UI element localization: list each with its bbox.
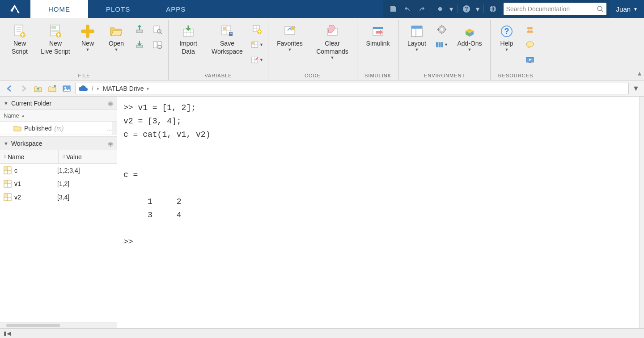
chevron-down-icon: ▼ xyxy=(415,47,419,52)
compare-icon[interactable] xyxy=(151,38,164,51)
chevron-down-icon: ▼ xyxy=(86,47,90,52)
picture-folder-icon[interactable] xyxy=(61,83,72,94)
rewind-icon[interactable]: ▮◀ xyxy=(4,330,11,337)
svg-line-17 xyxy=(161,33,162,34)
file-mini-buttons xyxy=(133,21,146,51)
workspace-header[interactable]: ▼ Workspace ◉ xyxy=(0,137,117,150)
path-segment[interactable]: MATLAB Drive xyxy=(103,85,144,92)
panel-options-icon[interactable]: ◉ xyxy=(108,140,113,147)
favorites-button[interactable]: Favorites ▼ xyxy=(273,21,307,52)
new-live-script-button[interactable]: New Live Script xyxy=(40,21,71,55)
search-input[interactable] xyxy=(506,5,597,13)
tab-home[interactable]: HOME xyxy=(30,0,88,18)
workspace-row[interactable]: v2 [3,4] xyxy=(0,190,117,204)
svg-text:?: ? xyxy=(465,6,468,12)
chevron-right-icon: ▸ xyxy=(147,86,149,91)
path-input[interactable]: / ▸ MATLAB Drive ▸ xyxy=(75,83,629,94)
forward-icon[interactable] xyxy=(18,83,30,94)
open-variable-icon[interactable]: ▼ xyxy=(251,38,263,51)
sort-asc-icon: ▲ xyxy=(21,113,25,118)
folder-icon xyxy=(13,125,21,131)
folder-row[interactable]: Published (m) … xyxy=(0,122,117,135)
grip-icon: ⠿ xyxy=(4,154,6,159)
clear-workspace-icon[interactable]: ▼ xyxy=(251,54,263,66)
variable-icon xyxy=(4,193,12,201)
help-icon[interactable]: ? xyxy=(460,3,473,15)
folder-annotation: (m) xyxy=(55,125,64,132)
redo-icon[interactable] xyxy=(415,3,428,15)
undo-icon[interactable] xyxy=(401,3,414,15)
print-icon[interactable] xyxy=(434,3,446,15)
workspace-col-name[interactable]: ⠿Name xyxy=(0,150,59,163)
vertical-scrollbar[interactable] xyxy=(112,122,117,135)
new-script-button[interactable]: New Script xyxy=(4,21,35,55)
workspace-col-value[interactable]: ⠿Value xyxy=(59,150,117,163)
variable-icon xyxy=(4,180,12,188)
addons-button[interactable]: Add-Ons ▼ xyxy=(453,21,486,52)
new-variable-icon[interactable] xyxy=(251,23,263,36)
simulink-button[interactable]: Simulink xyxy=(362,21,394,47)
svg-rect-11 xyxy=(51,26,56,29)
workspace-columns: ⠿Name ⠿Value xyxy=(0,150,117,164)
svg-point-56 xyxy=(64,87,66,89)
community-icon[interactable] xyxy=(487,3,499,15)
command-window[interactable]: >> v1 = [1, 2]; v2 = [3, 4]; c = cat(1, … xyxy=(117,97,639,328)
workspace-row[interactable]: c [1,2;3,4] xyxy=(0,164,117,177)
tab-apps[interactable]: APPS xyxy=(148,0,203,18)
download-icon[interactable] xyxy=(133,38,146,51)
save-icon[interactable] xyxy=(387,3,399,15)
chevron-right-icon: ▸ xyxy=(97,86,99,91)
save-workspace-button[interactable]: Save Workspace xyxy=(209,21,246,55)
browse-folder-icon[interactable] xyxy=(47,83,58,94)
collapse-triangle-icon[interactable]: ▼ xyxy=(4,101,8,106)
community-icon[interactable] xyxy=(524,23,536,36)
ribbon: New Script New Live Script New ▼ Open ▼ xyxy=(0,18,644,80)
open-button[interactable]: Open ▼ xyxy=(105,21,128,52)
collapse-triangle-icon[interactable]: ▼ xyxy=(4,141,8,146)
sidebar: ▼ Current Folder ◉ Name ▲ Published (m) … xyxy=(0,97,117,328)
help-button[interactable]: ? Help ▼ xyxy=(495,21,518,52)
svg-point-39 xyxy=(441,28,443,31)
resources-mini-buttons xyxy=(524,21,536,66)
ribbon-group-environment: Layout ▼ ▼ Add-Ons ▼ ENVIRONMENT xyxy=(399,20,491,80)
clear-commands-button[interactable]: Clear Commands ▼ xyxy=(312,21,352,60)
chevron-down-icon[interactable]: ▾ xyxy=(475,3,481,15)
top-bar: HOME PLOTS APPS ▾ ? ▾ Juan ▼ xyxy=(0,0,644,18)
folder-name: Published xyxy=(24,125,52,132)
learn-matlab-icon[interactable] xyxy=(524,54,536,66)
chevron-down-icon: ▼ xyxy=(468,47,472,52)
set-path-icon[interactable]: ▼ xyxy=(436,38,448,51)
svg-rect-15 xyxy=(154,26,159,33)
user-menu[interactable]: Juan ▼ xyxy=(610,0,644,18)
chevron-down-icon[interactable]: ▾ xyxy=(448,3,454,15)
vertical-scrollbar[interactable] xyxy=(639,97,644,328)
svg-line-7 xyxy=(602,10,603,12)
main-area: ▼ Current Folder ◉ Name ▲ Published (m) … xyxy=(0,97,644,328)
layout-button[interactable]: Layout ▼ xyxy=(403,21,430,52)
svg-rect-24 xyxy=(230,33,232,34)
current-folder-column-header[interactable]: Name ▲ xyxy=(0,110,117,122)
svg-point-50 xyxy=(530,27,533,30)
svg-rect-46 xyxy=(441,42,443,47)
ribbon-group-file: New Script New Live Script New ▼ Open ▼ xyxy=(0,20,169,80)
tab-plots[interactable]: PLOTS xyxy=(88,0,148,18)
back-icon[interactable] xyxy=(4,83,15,94)
preferences-icon[interactable] xyxy=(436,23,448,36)
find-files-icon[interactable] xyxy=(151,23,164,36)
svg-point-51 xyxy=(526,42,534,47)
horizontal-scrollbar[interactable] xyxy=(0,322,117,328)
collapse-ribbon-icon[interactable]: ▴ xyxy=(638,69,641,77)
chevron-down-icon: ▼ xyxy=(633,7,638,12)
chevron-down-icon: ▼ xyxy=(114,47,119,52)
search-box[interactable] xyxy=(504,3,606,15)
upload-icon[interactable] xyxy=(133,23,146,36)
current-folder-header[interactable]: ▼ Current Folder ◉ xyxy=(0,97,117,110)
up-folder-icon[interactable] xyxy=(32,83,44,94)
new-button[interactable]: New ▼ xyxy=(76,21,99,52)
path-dropdown-icon[interactable]: ▼ xyxy=(631,84,640,93)
request-support-icon[interactable] xyxy=(524,38,536,51)
import-data-button[interactable]: Import Data xyxy=(173,21,203,55)
environment-mini-buttons: ▼ xyxy=(436,21,448,51)
workspace-row[interactable]: v1 [1,2] xyxy=(0,177,117,190)
panel-options-icon[interactable]: ◉ xyxy=(108,100,113,107)
